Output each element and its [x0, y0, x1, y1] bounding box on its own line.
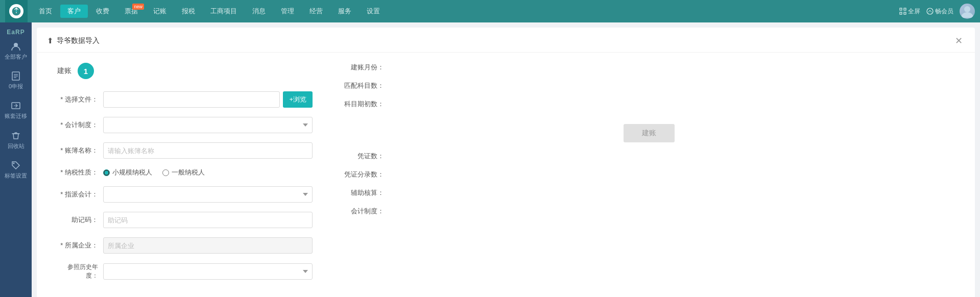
match-subjects-label: 匹配科目数：	[343, 81, 389, 90]
sidebar-item-tag-settings[interactable]: 标签设置	[0, 155, 32, 184]
nav-message[interactable]: 消息	[245, 5, 273, 18]
small-taxpayer-radio[interactable]	[103, 169, 110, 176]
recycle-icon	[10, 130, 21, 141]
match-subjects-row: 匹配科目数：	[343, 81, 954, 90]
browse-button[interactable]: +浏览	[283, 91, 313, 108]
account-book-input[interactable]	[103, 142, 313, 159]
fullscreen-label: 全屏	[908, 7, 920, 16]
import-icon: ⬆	[47, 36, 54, 45]
select-file-label: * 选择文件：	[57, 95, 103, 104]
nav-tax[interactable]: 报税	[175, 5, 202, 18]
nav-service[interactable]: 服务	[331, 5, 358, 18]
file-input[interactable]	[103, 91, 280, 108]
sidebar-item-migration[interactable]: 账套迁移	[0, 95, 32, 125]
earp-logo-text: EaRP	[7, 29, 25, 36]
svg-point-6	[964, 6, 970, 12]
nav-commerce[interactable]: 工商项目	[203, 5, 244, 18]
svg-point-0	[15, 10, 17, 12]
general-taxpayer-radio[interactable]	[162, 169, 169, 176]
page-title: 导爷数据导入	[57, 36, 100, 45]
build-account-button[interactable]: 建账	[624, 124, 675, 142]
reference-year-row: 参照历史年度：	[57, 263, 313, 280]
close-button[interactable]: ✕	[952, 35, 965, 47]
memo-code-input[interactable]	[103, 212, 313, 228]
form-area: 建账 1 * 选择文件： +浏览 * 会计制度：	[37, 53, 975, 297]
nav-bar: 首页 客户 收费 票据 new 记账 报税 工商项目 消息 管理 经营 服务 设…	[32, 5, 899, 18]
nav-bookkeeping[interactable]: 记账	[146, 5, 174, 18]
accounting-system-row: * 会计制度：	[57, 117, 313, 133]
nav-invoice[interactable]: 票据 new	[117, 5, 145, 18]
subject-initial-label: 科目期初数：	[343, 100, 389, 109]
top-nav: 首页 客户 收费 票据 new 记账 报税 工商项目 消息 管理 经营 服务 设…	[0, 0, 980, 22]
reference-year-select[interactable]	[103, 263, 313, 280]
small-taxpayer-option[interactable]: 小规模纳税人	[103, 168, 152, 177]
aux-calc-label: 辅助核算：	[343, 188, 389, 197]
voucher-count-row: 凭证数：	[343, 152, 954, 161]
general-taxpayer-option[interactable]: 一般纳税人	[162, 168, 205, 177]
build-month-label: 建账月份：	[343, 63, 389, 72]
select-file-row: * 选择文件： +浏览	[57, 91, 313, 108]
svg-rect-4	[904, 12, 906, 14]
sidebar-item-recycle[interactable]: 回收站	[0, 125, 32, 155]
sidebar-label-declaration: 0申报	[9, 83, 23, 90]
reference-year-label: 参照历史年度：	[57, 263, 103, 280]
main-content: ⬆ 导爷数据导入 ✕ 建账 1 * 选择文件：	[32, 22, 980, 297]
tax-type-row: * 纳税性质： 小规模纳税人 一般纳税人	[57, 168, 313, 177]
account-book-row: * 账簿名称：	[57, 142, 313, 159]
nav-customer[interactable]: 客户	[60, 5, 88, 18]
declaration-icon	[10, 70, 21, 82]
member-button[interactable]: 畅会员	[926, 7, 953, 16]
assign-accountant-row: * 指派会计：	[57, 186, 313, 203]
assign-accountant-label: * 指派会计：	[57, 190, 103, 199]
fullscreen-icon	[899, 8, 906, 15]
sidebar-label-tag-settings: 标签设置	[5, 172, 27, 179]
nav-badge: new	[132, 4, 144, 10]
nav-right-area: 全屏 畅会员	[899, 4, 975, 19]
close-icon: ✕	[955, 35, 963, 46]
file-input-area: +浏览	[103, 91, 313, 108]
svg-rect-2	[904, 8, 906, 10]
step-circle: 1	[78, 63, 94, 79]
logo-icon	[9, 4, 23, 18]
sidebar-label-migration: 账套迁移	[5, 113, 27, 119]
general-taxpayer-label: 一般纳税人	[172, 168, 205, 177]
nav-home[interactable]: 首页	[32, 5, 59, 18]
accounting-system-select[interactable]	[103, 117, 313, 133]
svg-point-13	[13, 162, 15, 164]
svg-point-5	[927, 8, 933, 14]
nav-settings[interactable]: 设置	[360, 5, 387, 18]
tax-type-label: * 纳税性质：	[57, 168, 103, 177]
sidebar-item-all-customers[interactable]: 全部客户	[0, 36, 32, 65]
left-sidebar: EaRP 全部客户 0申报	[0, 22, 32, 297]
build-month-row: 建账月份：	[343, 63, 954, 72]
main-layout: EaRP 全部客户 0申报	[0, 22, 980, 297]
belong-company-row: * 所属企业：	[57, 237, 313, 254]
memo-code-label: 助记码：	[57, 215, 103, 225]
belong-company-label: * 所属企业：	[57, 241, 103, 250]
assign-accountant-select[interactable]	[103, 186, 313, 203]
voucher-entries-row: 凭证分录数：	[343, 170, 954, 179]
accounting-sys-row: 会计制度：	[343, 207, 954, 216]
memo-code-row: 助记码：	[57, 212, 313, 228]
step-header: 建账 1	[57, 63, 313, 79]
nav-manage[interactable]: 管理	[274, 5, 301, 18]
all-customers-icon	[10, 41, 21, 52]
avatar-icon	[960, 4, 975, 19]
small-taxpayer-label: 小规模纳税人	[112, 168, 152, 177]
step-label: 建账	[57, 66, 71, 76]
page-title-area: ⬆ 导爷数据导入	[47, 36, 100, 45]
nav-operation[interactable]: 经营	[302, 5, 330, 18]
member-icon	[926, 8, 934, 15]
aux-calc-row: 辅助核算：	[343, 188, 954, 197]
build-btn-area: 建账	[343, 119, 954, 142]
fullscreen-button[interactable]: 全屏	[899, 7, 920, 16]
account-book-label: * 账簿名称：	[57, 146, 103, 155]
user-avatar[interactable]	[960, 4, 975, 19]
nav-fee[interactable]: 收费	[89, 5, 116, 18]
belong-company-input[interactable]	[103, 237, 313, 254]
page-header: ⬆ 导爷数据导入 ✕	[37, 28, 975, 53]
accounting-sys-label: 会计制度：	[343, 207, 389, 216]
sidebar-label-all-customers: 全部客户	[5, 54, 27, 60]
sidebar-label-recycle: 回收站	[8, 143, 25, 150]
sidebar-item-declaration[interactable]: 0申报	[0, 65, 32, 95]
